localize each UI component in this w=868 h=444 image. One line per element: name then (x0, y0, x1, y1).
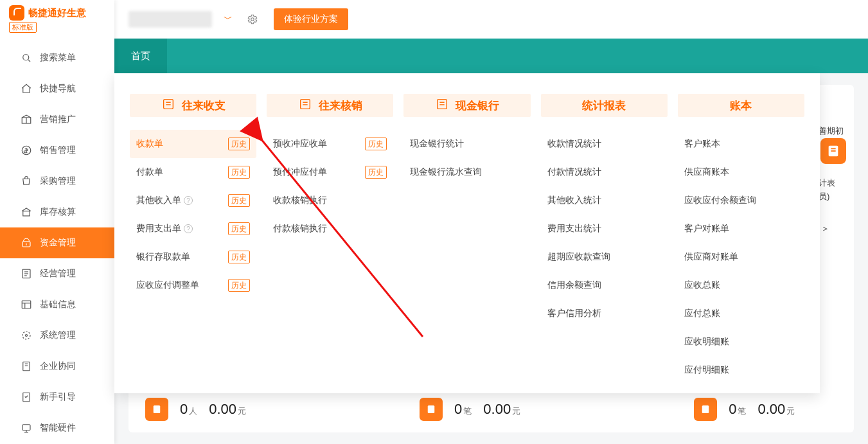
sidebar-item-label: 资金管理 (40, 237, 76, 249)
mega-column: 往来收支收款单历史付款单历史其他收入单?历史费用支出单?历史银行存取款单历史应收… (126, 94, 260, 378)
menu-item-label: 应付明细账 (684, 364, 729, 376)
history-badge[interactable]: 历史 (365, 138, 387, 150)
svg-rect-5 (23, 211, 30, 217)
mega-menu-item[interactable]: 供应商账本 (678, 158, 804, 186)
sidebar-item-base[interactable]: 基础信息 (0, 289, 114, 320)
mega-menu-item[interactable]: 信用余额查询 (541, 271, 668, 299)
sidebar-item-ops[interactable]: 经营管理 (0, 258, 114, 289)
menu-item-label: 客户账本 (684, 138, 720, 150)
base-icon (21, 299, 32, 310)
mega-menu-item[interactable]: 付款情况统计 (541, 158, 668, 186)
svg-rect-12 (22, 301, 31, 308)
summary-card: 0人0.00元 (145, 398, 246, 421)
org-name-masked (128, 11, 212, 28)
svg-line-1 (28, 60, 30, 62)
mega-menu-item[interactable]: 费用支出统计 (541, 215, 668, 243)
column-title: 往来核销 (319, 98, 362, 113)
mega-menu-item[interactable]: 收款情况统计 (541, 130, 668, 158)
help-icon[interactable]: ? (184, 196, 193, 205)
sidebar-item-collab[interactable]: 企业协同 (0, 351, 114, 382)
sidebar-item-label: 搜索菜单 (40, 52, 76, 64)
mega-menu-item[interactable]: 应收应付调整单历史 (130, 271, 256, 299)
history-badge[interactable]: 历史 (228, 194, 250, 207)
mega-menu-item[interactable]: 付款核销执行 (267, 215, 393, 243)
card-count: 0人 (180, 401, 197, 418)
doc-icon (435, 97, 449, 114)
sidebar-item-label: 库存核算 (40, 206, 76, 218)
mega-menu-item[interactable]: 预收冲应收单历史 (267, 130, 393, 158)
mega-menu-item[interactable]: 应付明细账 (678, 356, 804, 384)
mega-menu-item[interactable]: 超期应收款查询 (541, 243, 668, 271)
history-badge[interactable]: 历史 (228, 222, 250, 235)
mega-column: 统计报表收款情况统计付款情况统计其他收入统计费用支出统计超期应收款查询信用余额查… (537, 94, 671, 378)
svg-rect-26 (831, 148, 835, 149)
mega-menu-item[interactable]: 银行存取款单历史 (130, 243, 256, 271)
sidebar-item-label: 经营管理 (40, 268, 76, 280)
mega-menu-item[interactable]: 其他收入单?历史 (130, 186, 256, 215)
mega-column: 往来核销预收冲应收单历史预付冲应付单历史收款核销执行付款核销执行 (263, 94, 397, 378)
funds-mega-menu: 往来收支收款单历史付款单历史其他收入单?历史费用支出单?历史银行存取款单历史应收… (114, 73, 820, 393)
mega-menu-item[interactable]: 客户信用分析 (541, 299, 668, 328)
mega-menu-item[interactable]: 应收应付余额查询 (678, 186, 804, 215)
mega-column-header: 账本 (678, 94, 804, 117)
ops-icon (21, 268, 32, 280)
doc-icon (298, 97, 312, 114)
sidebar-item-hardware[interactable]: 智能硬件 (0, 413, 114, 443)
org-switch-chevron-icon[interactable]: ﹀ (220, 13, 236, 25)
sidebar-item-newbie[interactable]: 新手引导 (0, 382, 114, 413)
menu-item-label: 其他收入单? (136, 195, 193, 206)
mega-menu-item[interactable]: 现金银行统计 (403, 130, 530, 158)
column-title: 统计报表 (582, 98, 626, 113)
sidebar-item-label: 销售管理 (40, 145, 76, 156)
stock-icon (21, 206, 32, 218)
mega-menu-item[interactable]: 付款单历史 (130, 158, 256, 186)
doc-icon (161, 97, 175, 114)
mega-menu-item[interactable]: 应付总账 (678, 299, 804, 328)
mega-menu-item[interactable]: 客户对账单 (678, 215, 804, 243)
mega-menu-item[interactable]: 应收总账 (678, 271, 804, 299)
funds-icon (21, 237, 32, 249)
sidebar-item-system[interactable]: 系统管理 (0, 320, 114, 351)
mega-menu-item[interactable]: 预付冲应付单历史 (267, 158, 393, 186)
history-badge[interactable]: 历史 (365, 166, 387, 179)
sidebar-item-quicknav[interactable]: 快捷导航 (0, 73, 114, 104)
sidebar-item-sales[interactable]: 销售管理 (0, 135, 114, 166)
sidebar-item-purchase[interactable]: 采购管理 (0, 166, 114, 197)
history-badge[interactable]: 历史 (228, 279, 250, 292)
mega-menu-item[interactable]: 费用支出单?历史 (130, 215, 256, 243)
svg-point-16 (26, 335, 28, 337)
help-icon[interactable]: ? (184, 224, 193, 233)
history-badge[interactable]: 历史 (228, 166, 250, 179)
mega-menu-item[interactable]: 收款核销执行 (267, 186, 393, 215)
menu-item-label: 付款情况统计 (547, 166, 601, 178)
svg-rect-37 (438, 99, 447, 109)
menu-item-label: 预付冲应付单 (273, 166, 327, 178)
menu-item-label: 收款情况统计 (547, 138, 601, 150)
mega-menu-item[interactable]: 现金银行流水查询 (403, 158, 530, 186)
mega-menu-item[interactable]: 其他收入统计 (541, 186, 668, 215)
report-shortcut-icon[interactable] (820, 138, 846, 164)
menu-item-label: 应收应付调整单 (136, 280, 199, 291)
mega-menu-item[interactable]: 供应商对账单 (678, 243, 804, 271)
history-badge[interactable]: 历史 (228, 251, 250, 263)
menu-item-label: 应收应付余额查询 (684, 195, 756, 206)
summary-card: 0笔0.00元 (694, 398, 795, 421)
industry-plan-button[interactable]: 体验行业方案 (274, 8, 348, 30)
sidebar-item-label: 新手引导 (40, 391, 76, 403)
brand-name: 畅捷通好生意 (28, 7, 86, 19)
menu-item-label: 费用支出单? (136, 223, 193, 235)
sidebar-item-search[interactable]: 搜索菜单 (0, 42, 114, 73)
tab-home[interactable]: 首页 (114, 39, 167, 73)
card-amount: 0.00元 (757, 401, 795, 418)
mega-menu-item[interactable]: 客户账本 (678, 130, 804, 158)
mega-menu-item[interactable]: 收款单历史 (130, 130, 256, 158)
settings-gear-icon[interactable] (244, 11, 261, 28)
svg-point-0 (23, 55, 29, 60)
sidebar-item-funds[interactable]: 资金管理 (0, 227, 114, 258)
sidebar-item-stock[interactable]: 库存核算 (0, 197, 114, 227)
sidebar-item-promo[interactable]: 营销推广 (0, 104, 114, 135)
svg-rect-30 (702, 405, 709, 413)
mega-menu-item[interactable]: 应收明细账 (678, 328, 804, 356)
menu-item-label: 应收明细账 (684, 336, 729, 348)
history-badge[interactable]: 历史 (228, 138, 250, 150)
